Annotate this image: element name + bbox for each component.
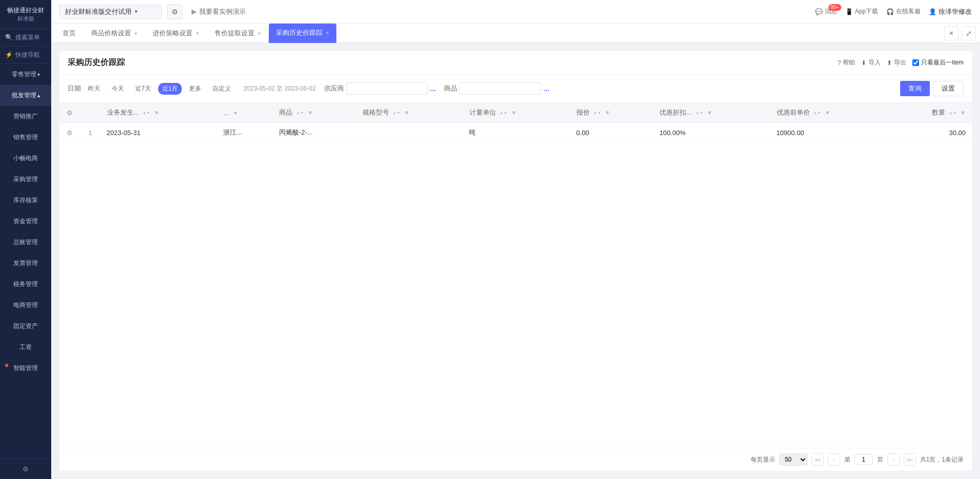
tabbar: 首页 商品价格设置 × 进价策略设置 × 售价提取设置 × 采购历史价跟踪 × … <box>51 24 980 43</box>
version-selector[interactable]: 好业财标准版交付试用 ▾ <box>59 5 162 19</box>
tab-purchase-strategy[interactable]: 进价策略设置 × <box>145 24 206 43</box>
search-icon: 🔍 <box>5 34 13 41</box>
tab-history-price[interactable]: 采购历史价跟踪 × <box>269 24 336 43</box>
supplier-input[interactable] <box>346 82 428 95</box>
sidebar-item-ecommerce[interactable]: 电商管理 <box>0 295 51 316</box>
sidebar-item-label: 固定资产 <box>13 322 38 331</box>
row-quote: 0.00 <box>570 123 653 143</box>
sidebar-item-wholesale[interactable]: 批发管理 ▴ <box>0 85 51 106</box>
per-page-select[interactable]: 20 50 100 200 <box>779 453 807 466</box>
row-spec <box>356 123 463 143</box>
date-last1m-btn[interactable]: 近1月 <box>158 83 182 95</box>
sidebar-item-fixed-assets[interactable]: 固定资产 <box>0 316 51 337</box>
filter-icon[interactable]: ▼ <box>308 110 313 116</box>
app-download-button[interactable]: 📱 App下载 <box>845 7 878 16</box>
col-header-discount[interactable]: 优惠折扣... ▲▼ ▼ <box>653 103 770 123</box>
export-button[interactable]: ⬆ 导出 <box>887 58 906 67</box>
topbar: 好业财标准版交付试用 ▾ ⚙ ▶ 我要看实例演示 💬 消息 99+ 📱 App下… <box>51 0 980 24</box>
sidebar-item-smart[interactable]: 智能管理 <box>0 358 51 379</box>
setting-button[interactable]: 设置 <box>933 81 964 96</box>
page-prefix-label: 第 <box>844 455 850 464</box>
filter-icon[interactable]: ▼ <box>960 110 966 116</box>
sort-icon: ▲▼ <box>296 111 304 115</box>
row-index: 1 <box>80 123 100 143</box>
filter-icon[interactable]: ▼ <box>707 110 712 116</box>
sidebar-settings-button[interactable]: ⚙ <box>0 459 51 479</box>
sidebar-item-finance[interactable]: 资金管理 <box>0 211 51 232</box>
sidebar-item-label: 电商管理 <box>13 301 38 310</box>
tab-home[interactable]: 首页 <box>55 24 83 43</box>
sidebar-item-marketing[interactable]: 营销推广 <box>0 106 51 127</box>
close-icon[interactable]: × <box>134 30 137 36</box>
filter-icon[interactable]: ▼ <box>404 110 410 116</box>
message-button[interactable]: 💬 消息 99+ <box>815 7 837 16</box>
product-label: 商品 <box>444 84 457 93</box>
close-icon[interactable]: × <box>196 30 199 36</box>
headset-icon: 🎧 <box>886 8 894 15</box>
sort-icon: ▲▼ <box>949 111 957 115</box>
last-only-checkbox[interactable] <box>912 59 919 66</box>
sidebar-item-tax[interactable]: 税务管理 <box>0 274 51 295</box>
settings-gear-button[interactable]: ⚙ <box>167 4 182 19</box>
date-more-btn[interactable]: 更多 <box>185 83 205 95</box>
query-button[interactable]: 查询 <box>900 81 930 96</box>
sidebar-item-retail[interactable]: 零售管理 ▾ <box>0 64 51 85</box>
close-icon[interactable]: × <box>258 30 261 36</box>
product-input[interactable] <box>459 82 541 95</box>
date-last7-btn[interactable]: 近7天 <box>131 83 155 95</box>
last-page-button[interactable]: ⏭ <box>904 453 916 466</box>
filter-icon[interactable]: ▼ <box>825 110 830 116</box>
tab-price[interactable]: 商品价格设置 × <box>84 24 144 43</box>
col-header-spec[interactable]: 规格型号 ▲▼ ▼ <box>356 103 463 123</box>
sidebar-item-label: 小畅电商 <box>13 154 38 163</box>
filter-icon[interactable]: ▼ <box>511 110 517 116</box>
supplier-ellipsis-btn[interactable]: ... <box>430 84 436 93</box>
prev-page-button[interactable]: ‹ <box>828 453 840 466</box>
date-filter-group: 日期 昨天 今天 近7天 近1月 更多 自定义 <box>68 83 235 95</box>
date-today-btn[interactable]: 今天 <box>108 83 128 95</box>
sidebar-search[interactable]: 🔍 搜索菜单 <box>0 29 51 47</box>
tab-close-button[interactable]: × <box>944 26 958 40</box>
last-only-label[interactable]: 只看最后一item <box>921 58 964 67</box>
user-profile-button[interactable]: 👤 徐泽华修改 <box>929 7 972 16</box>
question-icon: ? <box>838 59 841 67</box>
demo-button[interactable]: ▶ 我要看实例演示 <box>187 5 250 18</box>
filter-icon[interactable]: ▼ <box>232 110 238 116</box>
date-yesterday-btn[interactable]: 昨天 <box>84 83 104 95</box>
help-button[interactable]: ? 帮助 <box>838 58 856 67</box>
tabbar-controls: × ⤢ <box>944 26 976 40</box>
user-name-label: 徐泽华修改 <box>939 7 972 16</box>
col-header-unit[interactable]: 计量单位 ▲▼ ▼ <box>463 103 570 123</box>
col-header-more[interactable]: ... ▼ <box>217 103 273 123</box>
col-header-quantity[interactable]: 数量 ▲▼ ▼ <box>889 103 972 123</box>
filter-icon[interactable]: ▼ <box>605 110 610 116</box>
import-button[interactable]: ⬇ 导入 <box>861 58 881 67</box>
sidebar-item-purchase[interactable]: 采购管理 <box>0 169 51 190</box>
online-service-button[interactable]: 🎧 在线客服 <box>886 7 921 16</box>
col-header-pre-discount-price[interactable]: 优惠前单价 ▲▼ ▼ <box>770 103 889 123</box>
col-header-quote[interactable]: 报价 ▲▼ ▼ <box>570 103 653 123</box>
tab-sale-price[interactable]: 售价提取设置 × <box>207 24 268 43</box>
date-custom-btn[interactable]: 自定义 <box>208 83 235 95</box>
sidebar-item-label: 销售管理 <box>13 133 38 142</box>
item-text: item <box>952 59 964 66</box>
col-header-biz-date[interactable]: 业务发生... ▲▼ ▼ <box>100 103 217 123</box>
sidebar-item-salary[interactable]: 工资 <box>0 337 51 358</box>
sidebar-item-inventory[interactable]: 库存核算 <box>0 190 51 211</box>
tab-fullscreen-button[interactable]: ⤢ <box>962 26 976 40</box>
sidebar-item-invoice[interactable]: 发票管理 <box>0 253 51 274</box>
product-ellipsis-btn[interactable]: ... <box>543 84 549 93</box>
first-page-button[interactable]: ⏮ <box>812 453 824 466</box>
col-header-gear[interactable]: ⚙ <box>59 103 80 123</box>
page-input[interactable] <box>855 454 873 465</box>
sidebar-quicknav[interactable]: ⚡ 快捷导航 <box>0 47 51 64</box>
row-gear[interactable]: ⚙ <box>59 123 80 143</box>
sidebar-item-sales[interactable]: 销售管理 <box>0 127 51 148</box>
close-icon[interactable]: × <box>326 30 329 36</box>
col-header-product[interactable]: 商品 ▲▼ ▼ <box>273 103 356 123</box>
filter-icon[interactable]: ▼ <box>154 110 159 116</box>
sidebar-item-ledger[interactable]: 总账管理 <box>0 232 51 253</box>
sidebar-item-ecommerce-small[interactable]: 小畅电商 <box>0 148 51 169</box>
row-unit: 吨 <box>463 123 570 143</box>
next-page-button[interactable]: › <box>887 453 900 466</box>
